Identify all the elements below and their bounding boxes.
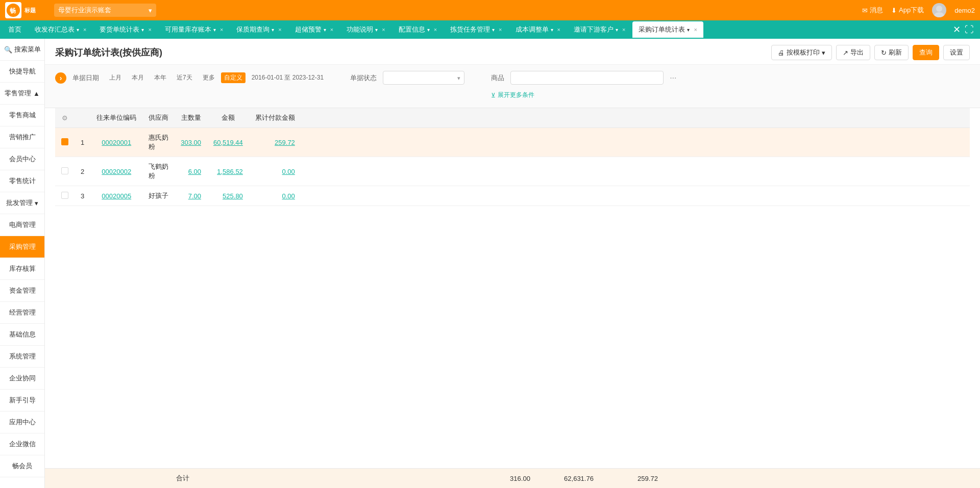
settings-button[interactable]: 设置	[943, 45, 970, 60]
row2-unit-code[interactable]: 00020002	[90, 157, 142, 186]
sidebar-item-app-center[interactable]: 应用中心	[0, 412, 44, 433]
tab-available-stock-arrow: ▾	[213, 27, 216, 33]
tab-invite-downstream-close[interactable]: ×	[622, 27, 625, 33]
chevron-up-icon: ▲	[33, 90, 40, 97]
sidebar-item-search[interactable]: 🔍 搜索菜单	[0, 39, 44, 61]
sidebar-item-finance[interactable]: 资金管理	[0, 280, 44, 302]
row1-unit-code[interactable]: 00020001	[90, 128, 142, 157]
row2-qty[interactable]: 6.00	[175, 157, 207, 186]
date-shortcut-this-year[interactable]: 本年	[150, 72, 170, 83]
export-button[interactable]: ↗ 导出	[836, 45, 870, 60]
tab-demand-stats[interactable]: 要货单统计表 ▾ ×	[93, 21, 157, 38]
expand-more-button[interactable]: ⊻ 展开更多条件	[55, 89, 970, 101]
sidebar-item-retail[interactable]: 零售管理 ▲	[0, 83, 44, 105]
tab-invite-downstream-arrow: ▾	[616, 27, 618, 33]
row1-paid[interactable]: 259.72	[249, 128, 301, 157]
date-filter-label: 单据日期	[72, 73, 99, 83]
row1-amount[interactable]: 60,519.44	[207, 128, 249, 157]
row2-paid[interactable]: 0.00	[249, 157, 301, 186]
close-all-tabs-button[interactable]: ✕	[953, 25, 961, 34]
tab-invite-downstream[interactable]: 邀请下游客户 ▾ ×	[568, 21, 631, 38]
sidebar-item-purchase[interactable]: 采购管理	[0, 236, 44, 258]
row3-amount[interactable]: 525.80	[207, 186, 249, 206]
tab-home[interactable]: 首页	[2, 21, 28, 38]
date-shortcut-7-days[interactable]: 近7天	[173, 72, 197, 83]
row2-amount[interactable]: 1,586.52	[207, 157, 249, 186]
row1-check[interactable]	[55, 128, 75, 157]
tab-cost-adjust[interactable]: 成本调整单 ▾ ×	[509, 21, 567, 38]
sidebar-wholesale-label: 批发管理	[6, 198, 33, 208]
template-print-button[interactable]: 🖨 按模板打印 ▾	[771, 45, 832, 60]
date-shortcut-custom[interactable]: 自定义	[221, 72, 246, 83]
row2-check[interactable]	[55, 157, 75, 186]
expand-more-label: 展开更多条件	[498, 91, 534, 99]
fullscreen-button[interactable]: ⛶	[965, 25, 974, 34]
sidebar-item-enterprise-collab[interactable]: 企业协同	[0, 368, 44, 390]
sidebar-item-wholesale[interactable]: 批发管理 ▾	[0, 192, 44, 214]
user-name[interactable]: demo2	[954, 7, 975, 14]
tab-pick-task-label: 拣货任务管理	[450, 25, 490, 34]
tab-warranty[interactable]: 保质期查询 ▾ ×	[230, 21, 287, 38]
sidebar-member2-label: 畅会员	[12, 461, 32, 471]
refresh-icon: ↻	[881, 49, 887, 57]
sidebar-item-member[interactable]: 会员中心	[0, 148, 44, 170]
row3-index: 3	[75, 186, 90, 206]
sidebar-retail-label: 零售管理	[5, 89, 31, 98]
sidebar-item-member2[interactable]: 畅会员	[0, 455, 44, 477]
row3-paid[interactable]: 0.00	[249, 186, 301, 206]
sidebar-item-base-info[interactable]: 基础信息	[0, 324, 44, 346]
page-header: 采购订单统计表(按供应商) 🖨 按模板打印 ▾ ↗ 导出 ↻ 刷新 查询	[45, 39, 980, 65]
query-button[interactable]: 查询	[913, 45, 939, 60]
sidebar-item-inventory[interactable]: 库存核算	[0, 258, 44, 280]
tab-config-info-close[interactable]: ×	[434, 27, 437, 33]
sidebar-item-new-guide[interactable]: 新手引导	[0, 390, 44, 412]
filter-toggle-button[interactable]: ›	[55, 72, 66, 84]
th-qty: 主数量	[175, 108, 207, 128]
sidebar-item-retail-mall[interactable]: 零售商城	[0, 105, 44, 126]
refresh-button[interactable]: ↻ 刷新	[874, 45, 909, 60]
tab-available-stock-close[interactable]: ×	[220, 27, 223, 33]
date-shortcut-this-month[interactable]: 本月	[128, 72, 148, 83]
row3-qty[interactable]: 7.00	[175, 186, 207, 206]
nav-tabs: 首页 收发存汇总表 ▾ × 要货单统计表 ▾ × 可用量库存账本 ▾ × 保质期…	[0, 20, 980, 39]
tab-collect-send[interactable]: 收发存汇总表 ▾ ×	[29, 21, 92, 38]
tab-available-stock[interactable]: 可用量库存账本 ▾ ×	[159, 21, 229, 38]
row3-supplier: 好孩子	[142, 186, 175, 206]
tab-overstock[interactable]: 超储预警 ▾ ×	[289, 21, 339, 38]
status-select[interactable]	[383, 71, 464, 85]
goods-more-icon[interactable]: ···	[670, 73, 676, 83]
message-button[interactable]: ✉ 消息	[862, 6, 883, 15]
status-select-wrap	[383, 71, 464, 85]
page-title: 采购订单统计表(按供应商)	[55, 46, 162, 59]
tab-cost-adjust-close[interactable]: ×	[557, 27, 560, 33]
date-shortcut-more[interactable]: 更多	[199, 72, 219, 83]
goods-input[interactable]	[510, 71, 664, 85]
app-download-button[interactable]: ⬇ App下载	[891, 6, 924, 15]
workspace-selector[interactable]: 母婴行业演示账套 ▾	[54, 4, 156, 17]
sidebar-item-retail-stats[interactable]: 零售统计	[0, 170, 44, 192]
tab-pick-task[interactable]: 拣货任务管理 ▾ ×	[444, 21, 508, 38]
sidebar-item-sys-mgmt[interactable]: 系统管理	[0, 346, 44, 368]
sidebar-item-ecommerce[interactable]: 电商管理	[0, 214, 44, 236]
tab-overstock-close[interactable]: ×	[330, 27, 333, 33]
sidebar-base-info-label: 基础信息	[9, 330, 36, 339]
row1-qty[interactable]: 303.00	[175, 128, 207, 157]
sidebar-item-shortcuts[interactable]: 快捷导航	[0, 61, 44, 83]
tab-pick-task-close[interactable]: ×	[499, 27, 502, 33]
tab-purchase-stats-close[interactable]: ×	[694, 27, 697, 33]
row3-check[interactable]	[55, 186, 75, 206]
tab-function-desc[interactable]: 功能说明 ▾ ×	[340, 21, 391, 38]
tab-purchase-stats[interactable]: 采购订单统计表 ▾ ×	[632, 21, 703, 38]
tab-collect-send-close[interactable]: ×	[83, 27, 86, 33]
date-shortcut-last-month[interactable]: 上月	[105, 72, 126, 83]
sidebar-item-marketing[interactable]: 营销推广	[0, 126, 44, 148]
column-settings-icon[interactable]: ⚙	[62, 114, 68, 122]
tab-function-desc-close[interactable]: ×	[382, 27, 385, 33]
sidebar-item-enterprise-wechat[interactable]: 企业微信	[0, 433, 44, 455]
tab-demand-stats-close[interactable]: ×	[148, 27, 151, 33]
tab-purchase-stats-arrow: ▾	[687, 27, 690, 33]
row3-unit-code[interactable]: 00020005	[90, 186, 142, 206]
tab-config-info[interactable]: 配置信息 ▾ ×	[393, 21, 443, 38]
tab-warranty-close[interactable]: ×	[278, 27, 281, 33]
sidebar-item-ops[interactable]: 经营管理	[0, 302, 44, 324]
